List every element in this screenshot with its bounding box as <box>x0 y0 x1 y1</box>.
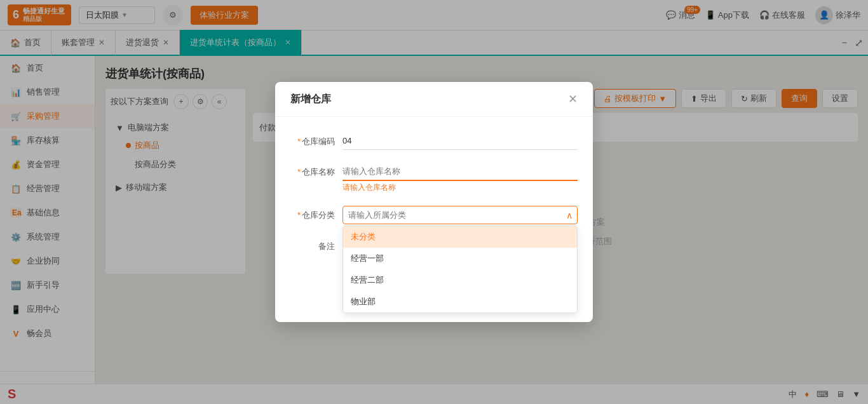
name-error-msg: 请输入仓库名称 <box>342 182 578 193</box>
category-label: 仓库分类 <box>290 206 335 221</box>
remark-label: 备注 <box>290 237 335 252</box>
category-dropdown: 未分类 经营一部 经营二部 物业部 <box>342 226 578 313</box>
modal-close-button[interactable]: ✕ <box>568 92 578 106</box>
warehouse-name-input[interactable] <box>342 163 578 181</box>
form-row-code: 仓库编码 <box>290 132 578 150</box>
name-label: 仓库名称 <box>290 163 335 178</box>
code-label: 仓库编码 <box>290 132 335 147</box>
code-wrap <box>342 132 578 150</box>
warehouse-category-input[interactable] <box>342 206 578 224</box>
modal-title: 新增仓库 <box>290 93 331 106</box>
modal-overlay: 新增仓库 ✕ 仓库编码 仓库名称 请输入仓库名称 仓库分类 <box>0 0 868 404</box>
add-warehouse-modal: 新增仓库 ✕ 仓库编码 仓库名称 请输入仓库名称 仓库分类 <box>275 82 593 322</box>
form-row-category: 仓库分类 ∧ 未分类 经营一部 经营二部 物业部 <box>290 206 578 224</box>
modal-header: 新增仓库 ✕ <box>275 82 593 117</box>
category-wrap: ∧ 未分类 经营一部 经营二部 物业部 <box>342 206 578 224</box>
dropdown-item-uncategorized[interactable]: 未分类 <box>343 226 577 248</box>
dropdown-item-dept2[interactable]: 经营二部 <box>343 269 577 291</box>
name-wrap: 请输入仓库名称 <box>342 163 578 193</box>
modal-body: 仓库编码 仓库名称 请输入仓库名称 仓库分类 ∧ <box>275 117 593 275</box>
warehouse-code-input[interactable] <box>342 132 578 150</box>
dropdown-item-property[interactable]: 物业部 <box>343 291 577 313</box>
dropdown-item-dept1[interactable]: 经营一部 <box>343 248 577 269</box>
form-row-name: 仓库名称 请输入仓库名称 <box>290 163 578 193</box>
